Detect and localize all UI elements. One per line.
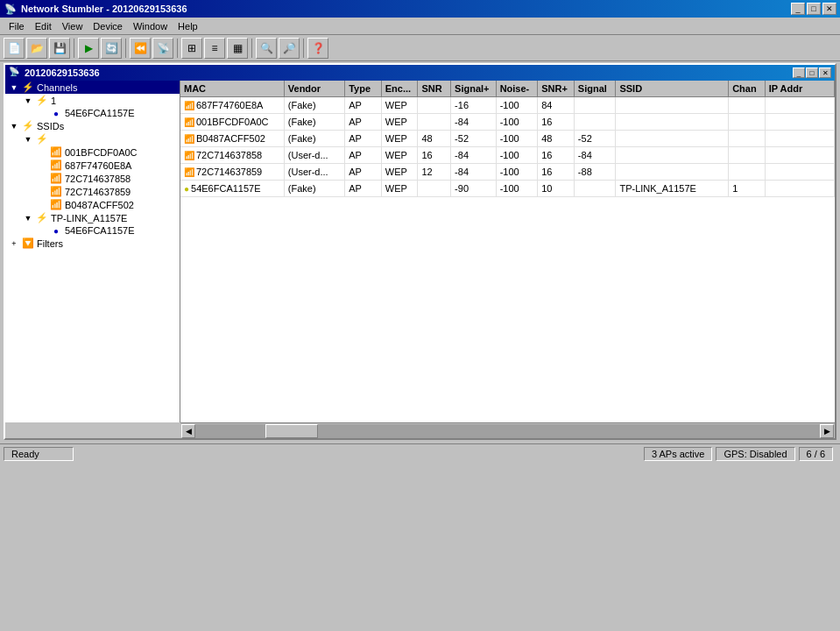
close-button[interactable]: ✕ <box>822 3 836 15</box>
menu-edit[interactable]: Edit <box>30 19 57 33</box>
tree-panel: ▼ ⚡ Channels ▼ ⚡ 1 ● 54E6FCA1157E ▼ ⚡ SS… <box>5 81 180 422</box>
col-signal[interactable]: Signal <box>575 81 617 96</box>
expand-ssids[interactable]: ▼ <box>7 122 21 131</box>
cell-chan-0 <box>729 97 766 113</box>
tree-item-empty-ssid[interactable]: ▼ ⚡ <box>5 132 180 145</box>
back-button[interactable]: ⏪ <box>130 38 151 59</box>
col-enc[interactable]: Enc... <box>382 81 419 96</box>
tree-item-filters[interactable]: + 🔽 Filters <box>5 237 180 250</box>
device-button[interactable]: 📡 <box>152 38 173 59</box>
col-type[interactable]: Type <box>345 81 382 96</box>
scroll-right-button[interactable]: ▶ <box>820 424 834 438</box>
scroll-thumb[interactable] <box>265 424 318 438</box>
cell-chan-1 <box>729 114 766 130</box>
tree-item-72c71458[interactable]: 📶 72C714637858 <box>5 172 180 185</box>
inner-close-button[interactable]: ✕ <box>819 67 831 78</box>
channels-label: Channels <box>37 82 77 93</box>
cell-noise-2: -100 <box>497 131 539 146</box>
zoom-out-button[interactable]: 🔎 <box>279 38 300 59</box>
tree-item-687f7476[interactable]: 📶 687F74760E8A <box>5 159 180 172</box>
cell-ip-2 <box>766 131 835 146</box>
cell-snr-3: 16 <box>418 147 451 163</box>
scroll-track[interactable] <box>195 424 820 438</box>
scroll-left-button[interactable]: ◀ <box>181 424 195 438</box>
minimize-button[interactable]: _ <box>791 3 805 15</box>
expand-channel-1[interactable]: ▼ <box>21 96 35 105</box>
tree-item-001bfcdf[interactable]: 📶 001BFCDF0A0C <box>5 145 180 159</box>
tplink-label: TP-LINK_A1157E <box>51 213 127 223</box>
cell-snrplus-4: 16 <box>538 164 575 180</box>
new-button[interactable]: 📄 <box>4 38 25 59</box>
cell-snr-4: 12 <box>418 164 451 180</box>
col-snr[interactable]: SNR <box>418 81 451 96</box>
refresh-button[interactable]: 🔄 <box>101 38 122 59</box>
menu-device[interactable]: Device <box>88 19 128 33</box>
tree-item-channel-1[interactable]: ▼ ⚡ 1 <box>5 94 180 107</box>
tree-item-ssids[interactable]: ▼ ⚡ SSIDs <box>5 119 180 132</box>
ap-72c71459-icon: 📶 <box>49 186 63 197</box>
cell-ip-0 <box>766 97 835 113</box>
tree-item-54e6fca1[interactable]: ● 54E6FCA1157E <box>5 107 180 119</box>
cell-ssid-5: TP-LINK_A1157E <box>616 181 729 196</box>
tree-item-tplink[interactable]: ▼ ⚡ TP-LINK_A1157E <box>5 211 180 224</box>
tree-item-54e6fca1-2[interactable]: ● 54E6FCA1157E <box>5 224 180 237</box>
col-snr-plus[interactable]: SNR+ <box>538 81 575 96</box>
help-button[interactable]: ❓ <box>307 38 328 59</box>
ap-001bfcdf-label: 001BFCDF0A0C <box>65 147 138 158</box>
expand-tplink[interactable]: ▼ <box>21 214 35 223</box>
status-count: 6 / 6 <box>799 447 833 461</box>
col-noise-minus[interactable]: Noise- <box>497 81 539 96</box>
col-ssid[interactable]: SSID <box>616 81 729 96</box>
save-button[interactable]: 💾 <box>49 38 70 59</box>
cell-noise-4: -100 <box>497 164 539 180</box>
cell-type-2: AP <box>345 131 382 146</box>
toolbar-separator-5 <box>303 39 304 58</box>
expand-54e6fca1 <box>35 109 49 117</box>
cell-noise-3: -100 <box>497 147 539 163</box>
col-ip[interactable]: IP Addr <box>766 81 835 96</box>
inner-minimize-button[interactable]: _ <box>793 67 805 78</box>
tree-item-72c71459[interactable]: 📶 72C714637859 <box>5 185 180 198</box>
tree-item-channels[interactable]: ▼ ⚡ Channels <box>5 81 180 94</box>
menu-window[interactable]: Window <box>128 19 173 33</box>
expand-channels[interactable]: ▼ <box>7 83 21 92</box>
menu-help[interactable]: Help <box>173 19 203 33</box>
ssids-icon: ⚡ <box>21 120 35 131</box>
start-button[interactable]: ▶ <box>78 38 99 59</box>
menu-view[interactable]: View <box>57 19 88 33</box>
ap-b0487acf-icon: 📶 <box>49 199 63 210</box>
cell-ssid-2 <box>616 131 729 146</box>
expand-filters[interactable]: + <box>7 239 21 248</box>
ap-72c71458-icon: 📶 <box>49 173 63 184</box>
cell-sigplus-5: -90 <box>451 181 497 196</box>
cell-mac-1: 📶 001BFCDF0A0C <box>180 114 285 130</box>
cell-enc-5: WEP <box>382 181 419 196</box>
col-signal-plus[interactable]: Signal+ <box>451 81 497 96</box>
table-row: 📶 687F74760E8A (Fake) AP WEP -16 -100 84 <box>180 97 835 114</box>
cell-chan-5: 1 <box>729 181 766 196</box>
zoom-in-button[interactable]: 🔍 <box>256 38 277 59</box>
grid-button[interactable]: ⊞ <box>181 38 202 59</box>
inner-maximize-button[interactable]: □ <box>806 67 818 78</box>
maximize-button[interactable]: □ <box>807 3 821 15</box>
list-button[interactable]: ≡ <box>204 38 225 59</box>
cell-enc-0: WEP <box>382 97 419 113</box>
cell-type-1: AP <box>345 114 382 130</box>
expand-empty-ssid[interactable]: ▼ <box>21 135 35 144</box>
ap-687f7476-icon: 📶 <box>49 160 63 171</box>
tree-item-b0487acf[interactable]: 📶 B0487ACFF502 <box>5 198 180 211</box>
filters-icon: 🔽 <box>21 238 35 249</box>
cell-ip-1 <box>766 114 835 130</box>
cell-enc-2: WEP <box>382 131 419 146</box>
menu-file[interactable]: File <box>4 19 30 33</box>
col-vendor[interactable]: Vendor <box>285 81 345 96</box>
col-mac[interactable]: MAC <box>180 81 285 96</box>
col-chan[interactable]: Chan <box>729 81 766 96</box>
table-row: 📶 72C714637859 (User-d... AP WEP 12 -84 … <box>180 164 835 181</box>
toolbar-separator-1 <box>74 39 74 58</box>
open-button[interactable]: 📂 <box>26 38 47 59</box>
table-button[interactable]: ▦ <box>227 38 248 59</box>
cell-signal-1 <box>575 114 617 130</box>
ap-54e6fca1-icon: ● <box>49 109 63 118</box>
inner-window-icon: 📡 <box>9 67 21 79</box>
